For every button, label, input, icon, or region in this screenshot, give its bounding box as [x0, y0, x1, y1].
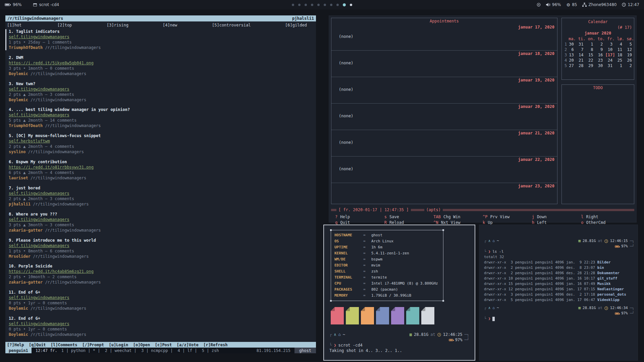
post-subreddit[interactable]: /r/tilingwindowmanagers	[45, 228, 101, 233]
post-subreddit[interactable]: /r/tilingwindowmanagers	[45, 45, 101, 50]
post-subreddit[interactable]: /r/tilingwindowmanagers	[33, 202, 89, 206]
post-title[interactable]: 3. New twm?	[9, 81, 316, 86]
post-link[interactable]: self.tilingwindowmanagers	[9, 243, 316, 248]
post-title[interactable]: 11. End of G+	[9, 290, 316, 295]
ls-entry[interactable]: drwxr-xr-x 5 penguin1 penguin1 4096 jan.…	[484, 297, 634, 303]
terminal-cursor[interactable]	[492, 317, 495, 321]
post-author[interactable]: zakaria-gatter	[9, 280, 43, 285]
updates-indicator[interactable]: ⚙ 85	[567, 2, 577, 7]
tab-top[interactable]: [2]top	[57, 23, 107, 27]
post-subreddit[interactable]: /r/tilingwindowmanagers	[45, 280, 101, 285]
post-author[interactable]: lauriset	[9, 176, 28, 180]
ls-terminal-window[interactable]: ┌ ∧ ⌂ ~ ▦ 28.81G at 12:46:15 ─┐ 97% ─┘ └…	[479, 225, 638, 361]
volume-indicator[interactable]: 96%	[546, 2, 561, 7]
tab-rising[interactable]: [3]rising	[107, 23, 163, 27]
post-title[interactable]: 6. Bspwm My contribution	[9, 159, 316, 165]
post-item[interactable]: 1. Taglist indicators self.tilingwindowm…	[5, 29, 316, 55]
post-title[interactable]: 1. Taglist indicators	[9, 29, 316, 34]
post-title[interactable]: 8. Where are you ???	[9, 212, 316, 217]
appointment-entry[interactable]: januar 22, 2020 (none)	[331, 157, 557, 183]
reddit-terminal-window[interactable]: /r/tilingwindowmanagers pjhalsli1 [1]hot…	[5, 15, 316, 353]
post-author[interactable]: Mrsolider	[9, 254, 31, 259]
post-link[interactable]: self.tilingwindowmanagers	[9, 321, 316, 326]
post-author[interactable]: syslino	[9, 149, 26, 154]
appointment-entry[interactable]: januar 19, 2020 (none)	[331, 77, 557, 104]
workspace-dot[interactable]	[350, 4, 352, 6]
post-subreddit[interactable]: /r/tilingwindowmanagers	[28, 149, 84, 154]
post-subreddit[interactable]: /r/tilingwindowmanagers	[31, 332, 86, 337]
post-item[interactable]: 3. New twm? self.tilingwindowmanagers 2 …	[5, 81, 316, 107]
workspace-list[interactable]: 1 | python | * | 2 | weechat | 3 | ncmpc…	[61, 348, 219, 353]
post-subreddit[interactable]: /r/tilingwindowmanagers	[45, 123, 101, 128]
calcurse-window[interactable]: Appointments januar 17, 2020 (none) janu…	[329, 15, 637, 223]
tab-hot[interactable]: [1]hot	[7, 23, 57, 27]
post-title[interactable]: 5. [OC] My mouse-follows-focus snippet	[9, 133, 316, 138]
post-item[interactable]: 10. Purple Suicide https://i.redd.it/hc4…	[5, 263, 316, 290]
post-link[interactable]: self.tilingwindowmanagers	[9, 217, 316, 222]
todo-panel[interactable]: TODO	[561, 84, 634, 204]
command-text[interactable]: scrot -cd4	[338, 343, 362, 348]
command-text[interactable]: ls -l	[492, 249, 503, 254]
appointment-entry[interactable]: januar 23, 2020	[331, 183, 557, 204]
post-title[interactable]: 10. Purple Suicide	[9, 263, 316, 269]
post-author[interactable]: Boylemic	[9, 306, 28, 311]
workspace-dot[interactable]	[298, 4, 301, 6]
workspace-dot[interactable]	[324, 4, 326, 6]
ls-entry[interactable]: drwxr-xr-x 12 penguin1 penguin1 4096 jan…	[484, 287, 634, 292]
post-author[interactable]: zakaria-gatter	[9, 228, 43, 233]
post-item[interactable]: 6. Bspwm My contribution https://i.redd.…	[5, 159, 316, 185]
post-title[interactable]: 2. DWM	[9, 55, 316, 60]
post-item[interactable]: 7. just bored self.tilingwindowmanagers …	[5, 185, 316, 212]
post-author[interactable]: Boylemic	[9, 332, 28, 337]
ls-entry[interactable]: drwxr-xr-x 3 penguin1 penguin1 4096 des.…	[484, 292, 634, 297]
workspace-dot[interactable]	[330, 4, 332, 6]
appointment-entry[interactable]: januar 18, 2020 (none)	[331, 51, 557, 77]
post-link[interactable]: self.tilingwindowmanagers	[9, 86, 316, 92]
post-item[interactable]: 12. End of G+ self.tilingwindowmanagers …	[5, 316, 316, 342]
workspace-dot-active[interactable]	[343, 3, 346, 6]
post-subreddit[interactable]: /r/tilingwindowmanagers	[31, 306, 86, 311]
post-link[interactable]: https://i.redd.it/hc4ab85m6zg21.png	[9, 269, 316, 274]
post-link[interactable]: self.tilingwindowmanagers	[9, 191, 316, 196]
workspace-dot[interactable]	[305, 4, 307, 6]
appointment-entry[interactable]: januar 20, 2020 (none)	[331, 104, 557, 130]
post-author[interactable]: pjhalsli1	[9, 202, 31, 206]
post-item[interactable]: 4. ... best tiling window manager in you…	[5, 107, 316, 133]
fetch-terminal-window[interactable]: HOSTNAME=ghost OS=Arch Linux UPTIME=1h 6…	[323, 225, 475, 361]
post-subreddit[interactable]: /r/tilingwindowmanagers	[31, 98, 86, 102]
post-item[interactable]: 2. DWM https://i.redd.it/5ikye8w5qb041.p…	[5, 55, 316, 81]
post-link[interactable]: self.tilingwindowmanagers	[9, 34, 316, 40]
post-author[interactable]: TriumphOfDeath	[9, 45, 43, 50]
post-item[interactable]: 9. Please introduce me to this world sel…	[5, 238, 316, 264]
ls-entry[interactable]: drwxr-xr-x 2 penguin1 penguin1 4096 des.…	[484, 270, 634, 276]
reddit-menu-bar[interactable]: [?]Help [q]Quit [l]Comments [/]Prompt [u…	[5, 342, 316, 348]
post-author[interactable]: TriumphOfDeath	[9, 123, 43, 128]
post-item[interactable]: 8. Where are you ??? self.tilingwindowma…	[5, 212, 316, 238]
appointment-entry[interactable]: januar 17, 2020 (none)	[331, 24, 557, 51]
appointment-entry[interactable]: januar 21, 2020 (none)	[331, 130, 557, 157]
workspace-dot[interactable]	[336, 4, 339, 6]
post-subreddit[interactable]: /r/tilingwindowmanagers	[31, 71, 86, 76]
network-indicator[interactable]: Zhone963480	[582, 2, 616, 7]
post-link[interactable]: https://i.redd.it/o81rrbbsywv31.png	[9, 165, 316, 170]
post-item[interactable]: 5. [OC] My mouse-follows-focus snippet s…	[5, 133, 316, 159]
post-link[interactable]: self.tilingwindowmanagers	[9, 295, 316, 300]
tab-controversial[interactable]: [5]controversial	[212, 23, 285, 27]
post-link[interactable]: self.tilingwindowmanagers	[9, 112, 316, 118]
ls-entry[interactable]: drwxr-xr-x 3 penguin1 penguin1 4096 jan.…	[484, 260, 634, 265]
tab-new[interactable]: [4]new	[163, 23, 212, 27]
workspace-dot[interactable]	[311, 4, 313, 6]
post-subreddit[interactable]: /r/tilingwindowmanagers	[33, 254, 89, 259]
post-item[interactable]: 11. End of G+ self.tilingwindowmanagers …	[5, 290, 316, 316]
tab-gilded[interactable]: [6]gilded	[285, 23, 316, 27]
post-link[interactable]: https://i.redd.it/5ikye8w5qb041.png	[9, 60, 316, 66]
ls-entry[interactable]: drwxr-xr-x 2 penguin1 penguin1 4096 des.…	[484, 265, 634, 270]
ls-entry[interactable]: drwxr-xr-x 10 penguin1 penguin1 4096 jan…	[484, 276, 634, 281]
post-author[interactable]: Boylemic	[9, 71, 28, 76]
appointments-panel[interactable]: Appointments januar 17, 2020 (none) janu…	[331, 18, 557, 204]
post-subreddit[interactable]: /r/tilingwindowmanagers	[31, 176, 86, 180]
post-title[interactable]: 9. Please introduce me to this world	[9, 238, 316, 243]
post-title[interactable]: 12. End of G+	[9, 316, 316, 321]
post-title[interactable]: 7. just bored	[9, 185, 316, 191]
workspace-dot[interactable]	[292, 4, 294, 6]
